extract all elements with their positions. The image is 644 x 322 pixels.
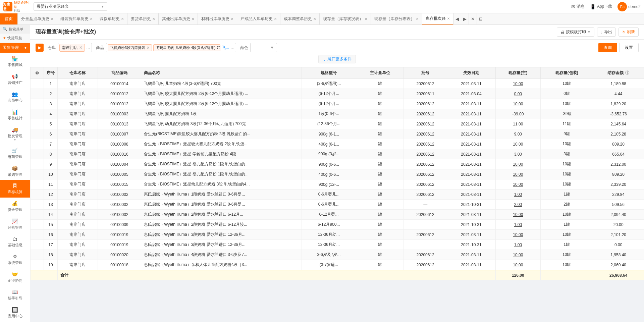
row-qty-main[interactable]: 10.00 [495,260,540,270]
product-tag1-remove[interactable]: ✕ [147,46,150,50]
warehouse-more[interactable]: … [86,45,90,50]
table-row: 6 南岸门店 00100007 合生元(BIOSTIME)派星较大婴儿配方奶粉 … [31,129,644,139]
row-qty-main[interactable]: 0.00 [495,89,540,99]
nav-item-purchase[interactable]: 📦 采购管理 [0,162,30,180]
row-spec: 0-6月婴儿... [302,190,356,200]
row-qty-main[interactable]: 3.00 [495,149,540,159]
product-input-container[interactable]: 飞鹤奶粉3段丙筒搀装 ✕ 飞鹤星飞帆 儿童奶粉 4段(3-6岁适用) 700克 … [106,43,236,52]
nav-item-finance[interactable]: 💰 资金管理 [0,198,30,215]
row-qty-main[interactable]: 1.00 [495,220,540,230]
settings-button[interactable]: 设置 [619,43,639,52]
message-btn[interactable]: ✉ 消息 [571,4,585,9]
row-qty-main[interactable]: 10.00 [495,210,540,220]
row-qty-main[interactable]: 10.00 [495,250,540,260]
warehouse-input-container[interactable]: 南岸门店 ✕ … [58,43,92,52]
nav-item-ecommerce[interactable]: 🛒 电商管理 [0,145,30,162]
nav-item-retail-stat[interactable]: 📊 零售统计 [0,106,30,124]
tab-close-ku-cun-pi-ci[interactable]: ✕ [447,17,450,20]
row-qty-main[interactable]: 10.00 [495,139,540,149]
tab-ku-cun-pi-ci[interactable]: 库存批次账 ✕ [422,13,453,25]
company-selector[interactable]: 母婴行业演示账套 ▼ [34,2,107,11]
row-qty-pack: 3罐 [540,149,593,159]
user-profile[interactable]: Ea demo2 [618,2,641,11]
tab-close-qi-ta[interactable]: ✕ [192,17,194,21]
nav-item-apps[interactable]: 🔲 应用中心 [0,304,30,322]
search-menu-input[interactable] [9,27,27,31]
tab-close-cai-liao[interactable]: ✕ [231,17,233,21]
nav-item-base[interactable]: 🗂 基础信息 [0,233,30,251]
tab-close-cheng-ben[interactable]: ✕ [313,17,316,21]
row-qty-main[interactable]: 10.00 [495,79,540,89]
expand-more-btn[interactable]: ⌄ 展开更多条件 [318,55,356,63]
row-qty-main[interactable]: 10.00 [495,169,540,179]
tab-prev-btn[interactable]: ◀ [453,13,461,25]
tab-xian-cun-zhuang-tai[interactable]: 现存量（库存状况表） ✕ [320,13,371,25]
tab-close-chan-pin[interactable]: ✕ [274,17,277,21]
nav-item-guide[interactable]: 📖 新手引导 [0,286,30,304]
search-menu-area[interactable]: 🔍 [0,25,30,34]
tab-close-diao-bo[interactable]: ✕ [121,17,124,21]
query-button[interactable]: 查询 [598,43,617,52]
tab-xian-cun-fen-bu[interactable]: 现存量（库存分布表） ✕ [371,13,422,25]
tab-cai-liao[interactable]: 材料出库单历史 ✕ [198,13,237,25]
nav-item-marketing[interactable]: 📢 营销推广 [0,70,30,88]
product-more[interactable]: … [230,45,234,50]
nav-item-inventory[interactable]: 🗄 库存核算 [0,180,30,198]
balance-info-icon[interactable]: ⓘ [625,70,629,75]
row-expire: 2021-03-11 [447,139,495,149]
print-btn[interactable]: 🖨 按模板打印 ▼ [557,28,594,37]
tab-close-xian-cun-fen-bu[interactable]: ✕ [416,17,419,21]
tab-home[interactable]: 首页 [0,13,18,25]
nav-section-retail[interactable]: 零售管理 ▼ [0,43,30,53]
nav-item-member[interactable]: 👥 会员中心 [0,88,30,106]
tab-chan-pin[interactable]: 产成品入库单历史 ✕ [237,13,280,25]
tab-cheng-ben[interactable]: 成本调整单历史 ✕ [280,13,320,25]
quick-nav[interactable]: ★ 快捷导航 [0,34,30,43]
tab-qi-ta[interactable]: 其他出库单历史 ✕ [159,13,198,25]
row-qty-main[interactable]: -39.00 [495,109,540,119]
summary-balance-total: 26,968.64 [593,270,644,280]
nav-item-wholesale[interactable]: 🚚 批发管理 ▼ [0,124,30,145]
tab-fen-pan[interactable]: 分量盘点单历史 ✕ [18,13,57,25]
export-btn[interactable]: ↓ 导出 [597,28,616,37]
row-code: 00100009 [98,220,141,230]
tab-menu-btn[interactable]: ⊟ [477,13,485,25]
row-qty-pack: 10罐 [540,179,593,190]
row-qty-main[interactable]: 1.00 [495,240,540,250]
refresh-btn[interactable]: ↻ 刷新 [619,28,639,37]
th-settings[interactable]: ⚙ [31,67,44,79]
tab-zu-chai[interactable]: 组装拆卸单历史 ✕ [57,13,96,25]
row-qty-main[interactable]: 10.00 [495,230,540,240]
tab-yao-huo[interactable]: 要货单历史 ✕ [127,13,159,25]
tab-next-btn[interactable]: ▶ [461,13,469,25]
row-qty-main[interactable]: 10.00 [495,159,540,169]
row-qty-main[interactable]: 11.00 [495,119,540,129]
tab-close-fen-pan[interactable]: ✕ [51,17,53,21]
nav-item-ops[interactable]: 📈 经营管理 [0,215,30,233]
color-selector[interactable]: ▼ [250,43,277,52]
filter-expand-arrow[interactable]: ▶ [36,44,44,52]
row-qty-main[interactable]: 10.00 [495,99,540,109]
row-qty-main[interactable]: 10.00 [495,179,540,190]
row-expire: 2021-03-11 [447,99,495,109]
row-batch: 20200612 [404,159,447,169]
row-qty-main[interactable]: 9.00 [495,129,540,139]
tab-close-zu-chai[interactable]: ✕ [90,17,93,21]
nav-item-sys[interactable]: ⚙ 系统管理 [0,251,30,268]
tab-close-all-btn[interactable]: ✕ [469,13,477,25]
warehouse-tag: 南岸门店 ✕ [59,44,85,52]
nav-item-retail-mall[interactable]: 🏪 零售商城 [0,53,30,70]
summary-row: 合计 126.00 26,968.64 [31,270,644,280]
row-spec: (3-7岁适... [302,260,356,270]
warehouse-remove[interactable]: ✕ [79,45,83,50]
tab-close-yao-huo[interactable]: ✕ [152,17,155,21]
tab-close-xian-cun-zhuang-tai[interactable]: ✕ [365,17,367,21]
nav-item-corp[interactable]: 🤝 企业协同 [0,268,30,286]
row-qty-main[interactable]: 1.00 [495,190,540,200]
row-qty-main[interactable]: 2.00 [495,200,540,210]
row-qty-pack: 9罐 [540,129,593,139]
tab-diao-bo[interactable]: 调拨单历史 ✕ [96,13,127,25]
app-download-btn[interactable]: 📱 App下载 [590,4,612,9]
row-batch: — [404,200,447,210]
row-no: 4 [44,109,58,119]
